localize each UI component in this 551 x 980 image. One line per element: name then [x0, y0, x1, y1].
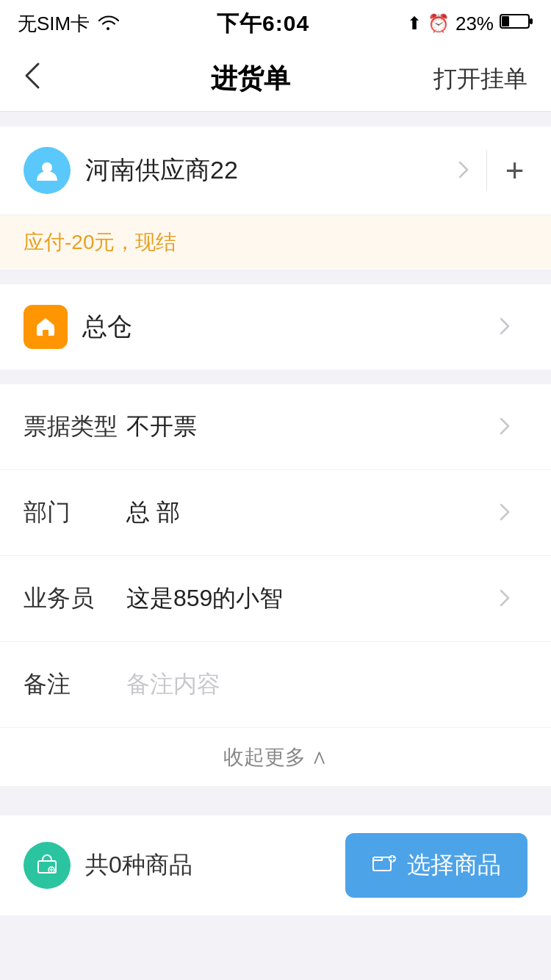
- product-count-label: 共0种商品: [85, 849, 345, 882]
- svg-rect-6: [43, 330, 48, 336]
- sales-label: 业务员: [24, 583, 119, 615]
- sales-chevron-icon: [500, 586, 510, 613]
- select-product-label: 选择商品: [407, 849, 501, 882]
- warehouse-chevron-icon: [500, 314, 510, 341]
- warehouse-icon: [24, 305, 68, 349]
- dept-chevron-icon: [500, 500, 510, 527]
- product-section: 共0种商品 选择商品: [0, 815, 551, 915]
- page-title: 进货单: [68, 61, 433, 97]
- status-right: ⬆ ⏰ 23%: [407, 12, 533, 35]
- remark-row[interactable]: 备注 备注内容: [0, 642, 551, 727]
- battery-label: 23%: [455, 12, 494, 35]
- supplier-name: 河南供应商22: [85, 154, 458, 187]
- nav-bar: 进货单 打开挂单: [0, 47, 551, 112]
- sales-value: 这是859的小智: [119, 583, 500, 615]
- svg-point-3: [42, 162, 52, 173]
- carrier-label: 无SIM卡: [18, 11, 90, 37]
- notice-banner: 应付-20元，现结: [0, 215, 551, 270]
- dept-label: 部门: [24, 497, 119, 529]
- add-supplier-button[interactable]: +: [486, 150, 527, 191]
- remark-input[interactable]: 备注内容: [119, 669, 527, 701]
- invoice-chevron-icon: [500, 414, 510, 441]
- supplier-chevron-icon: [458, 157, 469, 184]
- wifi-icon: [97, 12, 119, 35]
- warehouse-name: 总仓: [82, 310, 500, 344]
- supplier-section: 河南供应商22 + 应付-20元，现结: [0, 126, 551, 270]
- warehouse-section[interactable]: 总仓: [0, 284, 551, 370]
- dept-value: 总 部: [119, 497, 500, 529]
- svg-rect-1: [502, 16, 509, 26]
- cart-icon: [372, 854, 398, 876]
- sales-row[interactable]: 业务员 这是859的小智: [0, 556, 551, 642]
- battery-icon: [500, 12, 533, 35]
- collapse-button[interactable]: 收起更多 ∧: [0, 727, 551, 786]
- back-button[interactable]: [24, 61, 68, 97]
- invoice-value: 不开票: [119, 411, 500, 443]
- status-bar: 无SIM卡 下午6:04 ⬆ ⏰ 23%: [0, 0, 551, 47]
- alarm-icon: ⏰: [428, 13, 450, 34]
- warehouse-row[interactable]: 总仓: [0, 284, 551, 370]
- section-gap-1: [0, 112, 551, 126]
- gps-icon: ⬆: [407, 13, 422, 34]
- remark-label: 备注: [24, 669, 119, 701]
- collapse-label: 收起更多 ∧: [223, 743, 328, 771]
- section-gap-4: [0, 786, 551, 801]
- dept-row[interactable]: 部门 总 部: [0, 470, 551, 556]
- notice-text: 应付-20元，现结: [24, 231, 176, 253]
- plus-icon: +: [505, 154, 525, 187]
- svg-marker-5: [37, 318, 54, 325]
- section-gap-3: [0, 370, 551, 384]
- product-icon: [24, 842, 71, 889]
- svg-rect-2: [530, 18, 533, 24]
- section-gap-2: [0, 270, 551, 284]
- time-label: 下午6:04: [217, 9, 309, 39]
- supplier-avatar: [24, 147, 71, 194]
- status-left: 无SIM卡: [18, 11, 119, 37]
- supplier-row[interactable]: 河南供应商22 +: [0, 126, 551, 215]
- form-section: 票据类型 不开票 部门 总 部 业务员 这是859的小智 备注 备注内容 收起更…: [0, 384, 551, 786]
- open-pending-button[interactable]: 打开挂单: [433, 63, 527, 96]
- select-product-button[interactable]: 选择商品: [345, 833, 527, 898]
- invoice-label: 票据类型: [24, 411, 119, 443]
- invoice-row[interactable]: 票据类型 不开票: [0, 384, 551, 470]
